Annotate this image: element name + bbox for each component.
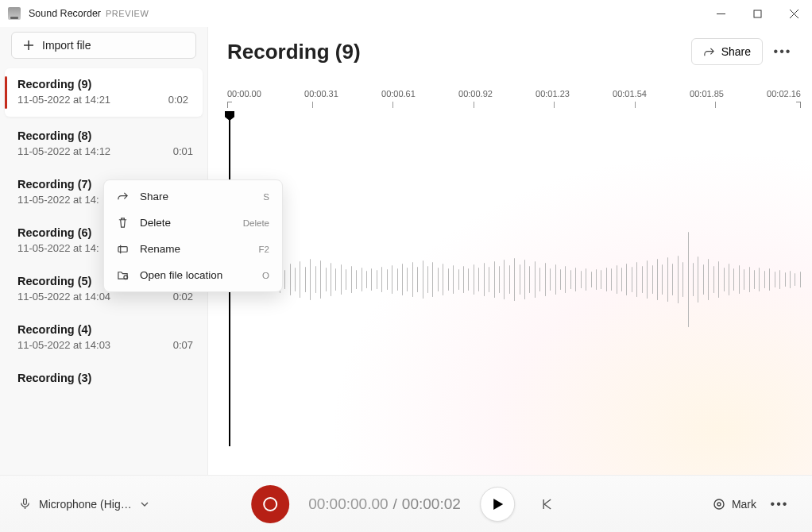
timeline-tick-label: 00:00.92	[458, 89, 493, 98]
close-button[interactable]	[775, 0, 812, 27]
context-label: Rename	[140, 243, 180, 255]
svg-point-13	[717, 503, 721, 506]
chevron-down-icon	[140, 499, 149, 509]
context-label: Open file location	[140, 269, 222, 281]
timeline-tick-label: 00:00.00	[227, 89, 261, 98]
waveform	[227, 192, 801, 367]
timeline[interactable]: 00:00.0000:00.3100:00.6100:00.9200:01.23…	[227, 89, 801, 110]
recording-date: 11-05-2022 at 14:03	[17, 339, 110, 351]
recording-item[interactable]: Recording (8) 11-05-2022 at 14:120:01	[0, 120, 207, 168]
timeline-tick-label: 00:01.23	[536, 89, 570, 98]
minimize-button[interactable]	[702, 0, 739, 27]
ellipsis-icon: •••	[771, 498, 789, 511]
recording-date: 11-05-2022 at 14:	[17, 194, 99, 206]
timeline-tick-label: 00:00.61	[381, 89, 416, 98]
timeline-tick-label: 00:00.31	[304, 89, 338, 98]
svg-rect-6	[118, 247, 127, 253]
svg-rect-9	[24, 499, 27, 505]
preview-badge: PREVIEW	[106, 9, 149, 18]
mic-label: Microphone (Hig…	[39, 498, 132, 511]
folder-icon	[117, 269, 129, 281]
svg-rect-1	[754, 10, 761, 17]
time-separator: /	[393, 495, 397, 513]
skip-back-button[interactable]	[534, 498, 561, 511]
app-icon	[8, 7, 21, 20]
time-total: 00:00:02	[402, 495, 461, 513]
ellipsis-icon: •••	[774, 45, 792, 58]
context-shortcut: F2	[259, 245, 269, 254]
bottom-bar: Microphone (Hig… 00:00:00.00 / 00:00:02 …	[0, 475, 812, 532]
maximize-button[interactable]	[739, 0, 775, 27]
context-rename[interactable]: RenameF2	[107, 236, 279, 262]
import-label: Import file	[42, 39, 91, 52]
play-button[interactable]	[480, 487, 515, 522]
mark-icon	[713, 498, 725, 511]
more-button[interactable]: •••	[769, 38, 796, 65]
share-button[interactable]: Share	[691, 38, 763, 65]
context-shortcut: S	[263, 192, 269, 202]
time-display: 00:00:00.00 / 00:00:02	[308, 495, 461, 513]
recording-date: 11-05-2022 at 14:21	[17, 94, 110, 106]
context-delete[interactable]: DeleteDelete	[107, 210, 279, 236]
main-panel: Recording (9) Share ••• 00:00.0000:00.31…	[208, 27, 812, 475]
waveform-area[interactable]	[227, 113, 801, 446]
recording-title: Recording (8)	[17, 129, 193, 142]
svg-marker-10	[493, 499, 503, 510]
timeline-tick-label: 00:01.85	[690, 89, 724, 98]
recording-title: Recording (4)	[17, 323, 193, 336]
timeline-tick-label: 00:02.16	[767, 89, 801, 98]
recording-title: Recording (9)	[17, 78, 188, 91]
recording-title: Recording (3)	[17, 372, 193, 384]
context-label: Delete	[140, 217, 171, 229]
share-label: Share	[721, 45, 751, 58]
bottom-more-button[interactable]: •••	[766, 491, 793, 518]
share-icon	[117, 191, 129, 202]
recording-item[interactable]: Recording (4) 11-05-2022 at 14:030:07	[0, 314, 207, 362]
page-title: Recording (9)	[227, 40, 361, 64]
recording-date: 11-05-2022 at 14:04	[17, 291, 110, 303]
recording-duration: 0:02	[173, 291, 193, 303]
rename-icon	[117, 243, 129, 255]
mic-icon	[19, 498, 31, 510]
recording-duration: 0:07	[173, 339, 193, 351]
recording-item[interactable]: Recording (9) 11-05-2022 at 14:210:02	[5, 68, 203, 117]
plus-icon	[23, 40, 34, 51]
record-button[interactable]	[251, 485, 289, 523]
titlebar: Sound Recorder PREVIEW	[0, 0, 812, 27]
mark-label: Mark	[732, 498, 756, 511]
context-shortcut: O	[262, 271, 269, 280]
mark-button[interactable]: Mark	[713, 498, 756, 511]
time-current: 00:00:00.00	[308, 495, 388, 513]
recording-date: 11-05-2022 at 14:12	[17, 145, 110, 157]
recording-date: 11-05-2022 at 14:	[17, 242, 99, 254]
app-title: Sound Recorder	[29, 8, 101, 19]
recording-duration: 0:02	[168, 94, 188, 106]
timeline-tick-label: 00:01.54	[613, 89, 647, 98]
microphone-selector[interactable]: Microphone (Hig…	[19, 498, 149, 511]
context-shortcut: Delete	[243, 218, 269, 228]
context-label: Share	[140, 191, 168, 202]
trash-icon	[117, 217, 129, 229]
context-menu: ShareSDeleteDeleteRenameF2Open file loca…	[103, 179, 283, 292]
recording-item[interactable]: Recording (3)	[0, 362, 207, 399]
svg-point-12	[714, 499, 724, 509]
context-open-file-location[interactable]: Open file locationO	[107, 262, 279, 288]
import-file-button[interactable]: Import file	[11, 32, 196, 59]
recording-duration: 0:01	[173, 145, 193, 157]
share-icon	[703, 46, 715, 58]
context-share[interactable]: ShareS	[107, 183, 279, 210]
